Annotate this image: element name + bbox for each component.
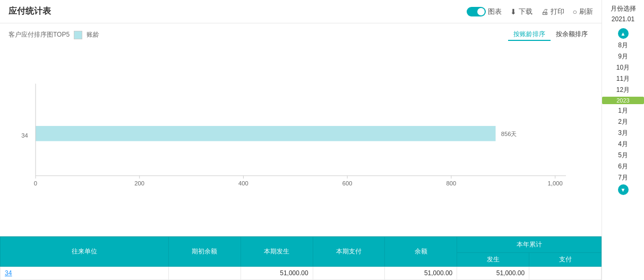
sidebar-month-item[interactable]: 6月	[602, 161, 644, 172]
chart-toggle[interactable]	[467, 7, 486, 16]
table-wrapper: 往来单位 期初余额 本期发生 本期支付 余额 本年累计 发生 支付	[0, 236, 602, 280]
sidebar-label: 月份选择	[611, 4, 636, 13]
bar-days-label: 856天	[501, 131, 517, 137]
print-label: 打印	[551, 7, 564, 16]
chart-legend: 客户应付排序图TOP5 账龄	[8, 30, 99, 39]
chart-toggle-action[interactable]: 图表	[467, 7, 502, 16]
cell-source[interactable]: 34	[1, 267, 169, 280]
cell-current-pay	[313, 267, 385, 280]
sidebar-scroll-down-btn[interactable]: ▼	[618, 184, 629, 195]
refresh-icon: ○	[573, 7, 577, 16]
data-table: 往来单位 期初余额 本期发生 本期支付 余额 本年累计 发生 支付	[0, 236, 602, 280]
sidebar-month-item[interactable]: 4月	[602, 139, 644, 150]
sort-by-balance-btn[interactable]: 按账龄排序	[508, 29, 551, 41]
chart-header: 客户应付排序图TOP5 账龄 按账龄排序 按余额排序	[8, 29, 593, 41]
sidebar-year: 2021.01	[612, 15, 634, 23]
sidebar-month-item[interactable]: 1月	[602, 105, 644, 116]
col-ytd-label: 本年累计	[457, 237, 602, 253]
x-label-800: 800	[446, 180, 457, 186]
col-balance: 余额	[385, 237, 457, 267]
table-body: 3451,000.0051,000.0051,000.00	[1, 267, 602, 280]
download-label: 下载	[519, 7, 533, 16]
col-current-occur: 本期发生	[241, 237, 313, 267]
legend-box-label: 账龄	[87, 30, 99, 39]
x-label-1000: 1,000	[548, 180, 563, 186]
download-icon: ⬇	[510, 7, 517, 16]
sidebar-month-item[interactable]: 10月	[602, 62, 644, 73]
col-source: 往来单位	[1, 237, 169, 267]
x-label-200: 200	[134, 180, 144, 186]
cell-opening	[168, 267, 241, 280]
sidebar-months: 8月9月10月11月12月20231月2月3月4月5月6月7月	[602, 40, 644, 183]
print-action[interactable]: 🖨 打印	[541, 7, 564, 16]
chart-section: 客户应付排序图TOP5 账龄 按账龄排序 按余额排序 34 856天	[0, 23, 602, 236]
sidebar-month-item[interactable]: 3月	[602, 128, 644, 139]
x-label-0: 0	[34, 180, 37, 186]
x-label-400: 400	[238, 180, 248, 186]
col-opening: 期初余额	[168, 237, 241, 267]
sort-by-amount-btn[interactable]: 按余额排序	[551, 29, 593, 41]
cell-balance: 51,000.00	[385, 267, 457, 280]
print-icon: 🖨	[541, 7, 548, 16]
page-title: 应付统计表	[8, 6, 51, 17]
refresh-action[interactable]: ○ 刷新	[573, 7, 593, 16]
sidebar-month-item[interactable]: 12月	[602, 84, 644, 96]
col-ytd-occur: 发生	[457, 253, 529, 267]
chart-svg: 34 856天 0 200 400 600	[8, 45, 593, 231]
col-ytd-pay: 支付	[529, 253, 602, 267]
sidebar-scroll-up-btn[interactable]: ▲	[618, 28, 629, 39]
right-sidebar: 月份选择 2021.01 ▲ 8月9月10月11月12月20231月2月3月4月…	[602, 0, 644, 280]
sidebar-year-marker: 2023	[602, 97, 644, 104]
chart-legend-text: 客户应付排序图TOP5	[8, 30, 70, 39]
header-actions: 图表 ⬇ 下载 🖨 打印 ○ 刷新	[467, 7, 593, 16]
cell-current-occur: 51,000.00	[241, 267, 313, 280]
y-axis-label: 34	[21, 133, 28, 139]
download-action[interactable]: ⬇ 下载	[510, 7, 533, 16]
table-header-row: 往来单位 期初余额 本期发生 本期支付 余额 本年累计	[1, 237, 602, 253]
cell-ytd-pay	[529, 267, 602, 280]
chart-area: 34 856天 0 200 400 600	[8, 45, 593, 231]
chart-toggle-label: 图表	[488, 7, 502, 16]
col-current-pay: 本期支付	[313, 237, 385, 267]
sidebar-month-item[interactable]: 7月	[602, 172, 644, 183]
x-label-600: 600	[342, 180, 353, 186]
sidebar-month-item[interactable]: 11月	[602, 73, 644, 84]
sidebar-month-item[interactable]: 5月	[602, 150, 644, 161]
table-section: 往来单位 期初余额 本期发生 本期支付 余额 本年累计 发生 支付	[0, 236, 602, 280]
legend-box	[74, 31, 82, 39]
sidebar-month-item[interactable]: 9月	[602, 51, 644, 62]
refresh-label: 刷新	[579, 7, 593, 16]
sidebar-month-item[interactable]: 2月	[602, 116, 644, 128]
chart-sort-buttons: 按账龄排序 按余额排序	[508, 29, 593, 41]
sidebar-month-item[interactable]: 8月	[602, 40, 644, 51]
app-header: 应付统计表 图表 ⬇ 下载 🖨 打印 ○ 刷新	[0, 0, 602, 23]
table-row: 3451,000.0051,000.0051,000.00	[1, 267, 602, 280]
chart-bar	[36, 126, 496, 141]
cell-ytd-occur: 51,000.00	[457, 267, 529, 280]
